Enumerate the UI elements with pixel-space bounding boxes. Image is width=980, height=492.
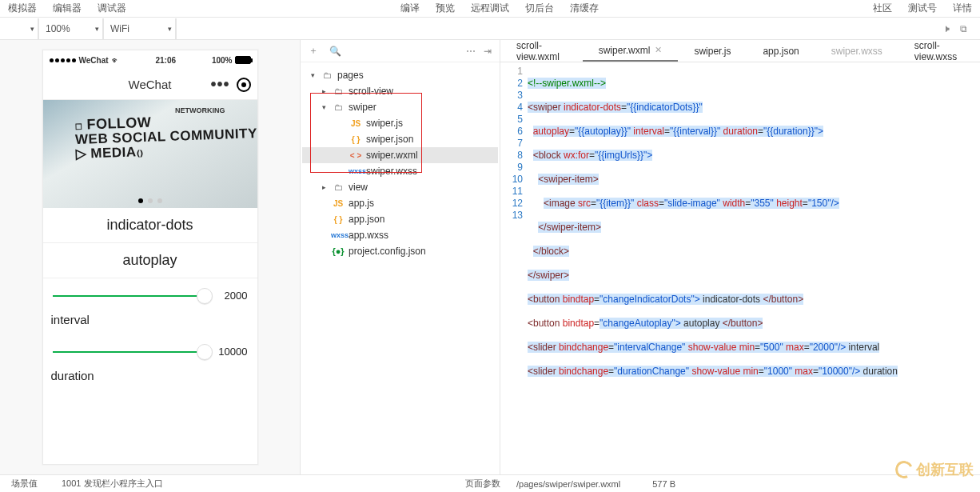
autoplay-button[interactable]: autoplay xyxy=(43,243,257,278)
tab-scroll-view-wxss[interactable]: scroll-view.wxss xyxy=(898,40,980,62)
editor-tabs: scroll-view.wxml swiper.wxml✕ swiper.js … xyxy=(500,40,980,62)
file-size: 577 B xyxy=(652,479,675,489)
phone-status-bar: WeChat ᯤ 21:06 100% xyxy=(43,50,257,70)
detach-icon[interactable]: ⧉ xyxy=(960,23,967,34)
indicator-dots-button[interactable]: indicator-dots xyxy=(43,208,257,243)
search-icon[interactable]: 🔍 xyxy=(329,46,341,57)
interval-value: 2000 xyxy=(214,290,248,302)
menu-simulator[interactable]: 模拟器 xyxy=(8,2,37,15)
folder-swiper[interactable]: ▾🗀swiper xyxy=(302,99,498,115)
simulator-panel: WeChat ᯤ 21:06 100% WeChat ••• xyxy=(0,40,301,474)
folder-view[interactable]: ▸🗀view xyxy=(302,179,498,195)
app-header: WeChat ••• xyxy=(43,70,257,100)
tab-swiper-wxml[interactable]: swiper.wxml✕ xyxy=(583,40,679,62)
scene-value: 1001 发现栏小程序主入口 xyxy=(62,478,163,490)
file-app-js[interactable]: JSapp.js xyxy=(302,195,498,211)
file-project-config[interactable]: {●}project.config.json xyxy=(302,243,498,259)
close-capsule-icon[interactable] xyxy=(237,78,251,92)
close-icon[interactable]: ✕ xyxy=(655,45,662,55)
duration-label: duration xyxy=(43,362,257,390)
file-app-wxss[interactable]: wxssapp.wxss xyxy=(302,227,498,243)
carrier-label: WeChat xyxy=(79,56,109,65)
file-path: /pages/swiper/swiper.wxml xyxy=(516,479,620,489)
menu-editor[interactable]: 编辑器 xyxy=(53,2,82,15)
brand-watermark: 创新互联 xyxy=(895,460,974,479)
wifi-icon: ᯤ xyxy=(112,56,120,65)
editor-panel: scroll-view.wxml swiper.wxml✕ swiper.js … xyxy=(500,40,980,474)
tab-swiper-wxss[interactable]: swiper.wxss xyxy=(815,40,898,62)
tab-swiper-js[interactable]: swiper.js xyxy=(678,40,747,62)
app-title: WeChat xyxy=(129,78,172,91)
menu-background[interactable]: 切后台 xyxy=(525,2,554,15)
page-params-label: 页面参数 xyxy=(301,478,508,490)
menu-test-account[interactable]: 测试号 xyxy=(908,2,937,15)
clock-label: 21:06 xyxy=(120,56,212,65)
network-select[interactable]: WiFi xyxy=(104,18,176,39)
file-swiper-json[interactable]: { }swiper.json xyxy=(302,131,498,147)
menu-clear-cache[interactable]: 清缓存 xyxy=(570,2,599,15)
file-app-json[interactable]: { }app.json xyxy=(302,211,498,227)
mute-icon[interactable]: 🕨 xyxy=(942,23,952,34)
folder-pages[interactable]: ▾🗀pages xyxy=(302,67,498,83)
battery-pct: 100% xyxy=(212,56,233,65)
menu-details[interactable]: 详情 xyxy=(953,2,972,15)
more-icon[interactable]: ••• xyxy=(210,75,229,94)
phone-frame: WeChat ᯤ 21:06 100% WeChat ••• xyxy=(42,50,258,465)
device-select[interactable] xyxy=(0,18,38,39)
status-bar: 场景值 1001 发现栏小程序主入口 页面参数 /pages/swiper/sw… xyxy=(0,474,980,492)
menu-community[interactable]: 社区 xyxy=(873,2,892,15)
collapse-icon[interactable]: ⇥ xyxy=(484,46,492,57)
duration-value: 10000 xyxy=(214,346,248,358)
file-tree-panel: ＋ 🔍 ⋯ ⇥ ▾🗀pages ▸🗀scroll-view ▾🗀swiper J… xyxy=(301,40,500,474)
menu-compile[interactable]: 编译 xyxy=(400,2,420,15)
folder-scroll-view[interactable]: ▸🗀scroll-view xyxy=(302,83,498,99)
more-icon[interactable]: ⋯ xyxy=(466,46,476,57)
main-menu-bar: 模拟器 编辑器 调试器 编译 预览 远程调试 切后台 清缓存 社区 测试号 详情 xyxy=(0,0,980,18)
swiper-preview[interactable]: ☐ FOLLOW WEB SOCIAL COMMUNITY ▷ MEDIA₍₎ … xyxy=(43,100,257,208)
interval-slider[interactable] xyxy=(53,295,205,297)
file-swiper-js[interactable]: JSswiper.js xyxy=(302,115,498,131)
menu-debugger[interactable]: 调试器 xyxy=(98,2,126,15)
scene-label: 场景值 xyxy=(11,478,38,490)
duration-slider[interactable] xyxy=(53,351,205,353)
menu-preview[interactable]: 预览 xyxy=(436,2,455,15)
add-file-icon[interactable]: ＋ xyxy=(309,44,318,58)
battery-icon xyxy=(235,56,251,64)
file-swiper-wxml[interactable]: < >swiper.wxml xyxy=(302,147,498,163)
file-swiper-wxss[interactable]: wxssswiper.wxss xyxy=(302,163,498,179)
menu-remote-debug[interactable]: 远程调试 xyxy=(471,2,509,15)
zoom-select[interactable]: 100% xyxy=(39,18,103,39)
toolbar: ▾ 100%▾ WiFi▾ 🕨 ⧉ xyxy=(0,18,980,40)
code-editor[interactable]: 12345678910111213 <!--swiper.wxml--> <sw… xyxy=(500,62,980,474)
tab-app-json[interactable]: app.json xyxy=(747,40,815,62)
tab-scroll-view-wxml[interactable]: scroll-view.wxml xyxy=(500,40,583,62)
interval-label: interval xyxy=(43,306,257,334)
swiper-indicator xyxy=(43,198,257,203)
